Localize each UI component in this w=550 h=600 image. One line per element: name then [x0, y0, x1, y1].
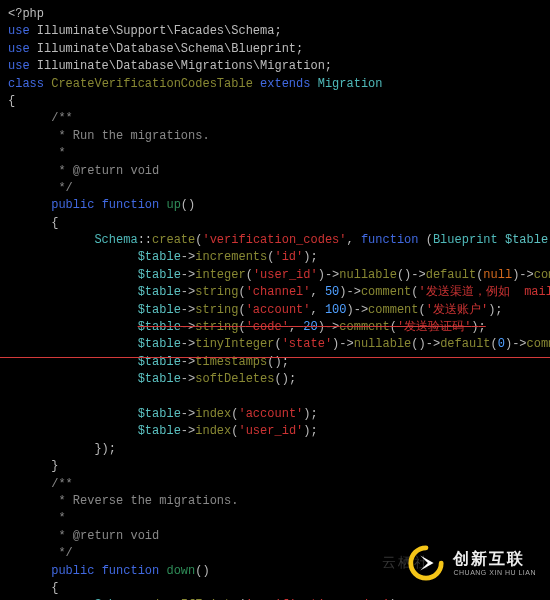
code-block: <?php use Illuminate\Support\Facades\Sch… [0, 0, 550, 600]
php-open-tag: <?php [8, 7, 44, 21]
